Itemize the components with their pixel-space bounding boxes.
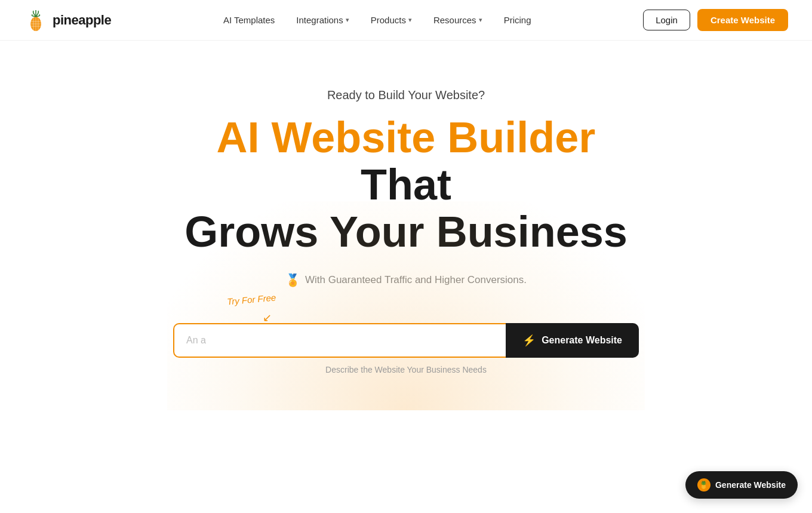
nav-item-ai-templates[interactable]: AI Templates (215, 10, 283, 30)
website-description-input[interactable] (173, 323, 506, 358)
nav-item-products[interactable]: Products ▾ (362, 10, 420, 30)
chevron-down-icon: ▾ (479, 16, 482, 24)
hero-title: AI Website Builder ThatGrows Your Busine… (167, 114, 645, 256)
floating-button-label: Generate Website (715, 480, 786, 490)
try-arrow-icon: ↙ (263, 311, 272, 324)
nav-item-label: Integrations (296, 15, 343, 25)
create-website-button[interactable]: Create Website (697, 9, 788, 31)
floating-generate-button[interactable]: 🍍 Generate Website (685, 471, 798, 499)
chevron-down-icon: ▾ (346, 16, 349, 24)
logo-icon (24, 8, 48, 32)
logo[interactable]: pineapple (24, 8, 111, 32)
floating-icon: 🍍 (697, 478, 710, 492)
nav-item-resources[interactable]: Resources ▾ (425, 10, 491, 30)
hero-tagline-text: With Guaranteed Traffic and Higher Conve… (305, 274, 527, 286)
generate-button-label: Generate Website (542, 335, 622, 346)
navbar: pineapple AI Templates Integrations ▾ Pr… (0, 0, 812, 41)
logo-text: pineapple (53, 13, 111, 28)
login-button[interactable]: Login (643, 10, 690, 30)
chevron-down-icon: ▾ (408, 16, 412, 24)
input-hint: Describe the Website Your Business Needs (325, 365, 487, 374)
try-for-free-label: Try For Free (226, 292, 276, 306)
hero-section: Ready to Build Your Website? AI Website … (0, 41, 812, 410)
nav-menu: AI Templates Integrations ▾ Products ▾ R… (215, 10, 540, 30)
navbar-actions: Login Create Website (643, 9, 788, 31)
input-row: ⚡ Generate Website (173, 323, 639, 358)
hero-title-orange: AI Website Builder (217, 113, 596, 161)
hero-input-section: Try For Free ↙ ⚡ Generate Website Descri… (24, 323, 788, 374)
nav-item-label: AI Templates (223, 15, 275, 25)
hero-tagline: 🏅 With Guaranteed Traffic and Higher Con… (285, 273, 527, 287)
generate-website-button[interactable]: ⚡ Generate Website (506, 323, 639, 358)
nav-item-label: Products (371, 15, 406, 25)
hero-title-dark: ThatGrows Your Business (184, 161, 628, 256)
medal-icon: 🏅 (285, 273, 300, 287)
nav-item-integrations[interactable]: Integrations ▾ (288, 10, 357, 30)
nav-item-label: Pricing (504, 15, 531, 25)
nav-item-label: Resources (433, 15, 476, 25)
bolt-icon: ⚡ (522, 334, 536, 347)
nav-item-pricing[interactable]: Pricing (496, 10, 540, 30)
hero-subtitle: Ready to Build Your Website? (327, 88, 485, 102)
